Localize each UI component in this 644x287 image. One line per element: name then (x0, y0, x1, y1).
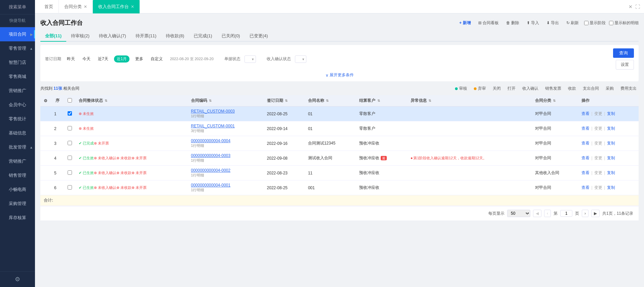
filter-yesterday[interactable]: 昨天 (65, 55, 77, 63)
audit-button[interactable]: 审核 (453, 85, 469, 92)
sidebar-quick-nav[interactable]: 快捷导航 (0, 14, 35, 27)
filter-tab-pending-invoice[interactable]: 待开票(11) (131, 31, 161, 42)
select-all-checkbox[interactable] (68, 98, 72, 102)
sidebar-item-xiaochang[interactable]: 小畅电商 (0, 182, 35, 197)
expand-filters-button[interactable]: ∨ 展开更多条件 (326, 72, 354, 78)
close-button[interactable]: 关闭 (491, 85, 503, 92)
fee-expense-button[interactable]: 费用支出 (618, 85, 639, 92)
row-checkbox[interactable] (68, 156, 72, 160)
sidebar-item-marketing2[interactable]: 营销推广 (0, 154, 35, 168)
copy-button[interactable]: 复制 (607, 111, 615, 116)
show-fields-check[interactable]: 显示阶段 (584, 20, 606, 26)
open-button[interactable]: 打开 (505, 85, 518, 92)
tab-income-workbench[interactable]: 收入合同工作台 ✕ (93, 0, 140, 13)
last-page-button[interactable]: ▶ (591, 210, 600, 217)
payment-button[interactable]: 收款 (566, 85, 578, 92)
filter-tab-pending-audit[interactable]: 待审核(2) (66, 31, 94, 42)
contract-code-link[interactable]: 0000000000004-0001 (191, 183, 230, 188)
row-checkbox[interactable] (68, 170, 72, 175)
purchase-button[interactable]: 采购 (604, 85, 616, 92)
setting-button[interactable]: 设置 (616, 60, 634, 70)
abandon-button[interactable]: 弃审 (472, 85, 488, 92)
maximize-window-button[interactable]: ⛶ (635, 4, 640, 9)
page-size-select[interactable]: 20 50 100 200 (507, 210, 530, 217)
filter-tab-pending-payment[interactable]: 待收款(8) (161, 31, 189, 42)
expense-contract-button[interactable]: 支出合同 (581, 85, 601, 92)
sidebar-item-purchase[interactable]: 采购管理 (0, 197, 35, 211)
contract-code-link[interactable]: 0000000000004-0004 (191, 138, 230, 143)
sidebar-item-retail-stat[interactable]: 零售统计 (0, 112, 35, 126)
sidebar-item-retail-mgmt[interactable]: 零售管理 ▲ (0, 41, 35, 55)
filter-more[interactable]: 更多 (134, 55, 145, 63)
view-button[interactable]: 查看 (581, 156, 590, 160)
copy-button[interactable]: 复制 (607, 141, 615, 146)
filter-today[interactable]: 今天 (81, 55, 92, 63)
filter-week[interactable]: 近7天 (96, 55, 110, 63)
change-button[interactable]: 变更 (594, 170, 602, 175)
sidebar-search[interactable]: 搜索菜单 (0, 0, 35, 14)
income-status-select[interactable] (295, 55, 306, 63)
filter-tab-all[interactable]: 全部(11) (40, 31, 66, 42)
contract-code-link[interactable]: 0000000000004-0002 (191, 168, 230, 173)
view-button[interactable]: 查看 (581, 111, 590, 116)
query-button[interactable]: 查询 (613, 48, 634, 58)
change-button[interactable]: 变更 (594, 156, 602, 160)
copy-button[interactable]: 复制 (607, 156, 615, 160)
export-button[interactable]: ⬇ 导出 (544, 19, 561, 27)
sidebar-item-marketing[interactable]: 营销推广 (0, 84, 35, 98)
change-button[interactable]: 变更 (594, 111, 602, 116)
view-button[interactable]: 查看 (581, 126, 590, 131)
view-button[interactable]: 查看 (581, 141, 590, 146)
th-settings[interactable]: ⚙ (40, 95, 51, 107)
import-button[interactable]: ⬆ 导入 (525, 19, 541, 27)
close-icon[interactable]: ✕ (131, 4, 134, 9)
filter-tab-completed[interactable]: 已完成(1) (189, 31, 217, 42)
close-window-button[interactable]: ✕ (629, 4, 633, 9)
contract-code-link[interactable]: RETAIL_CUSTOM-0001 (191, 124, 235, 128)
row-checkbox[interactable] (68, 185, 72, 190)
copy-button[interactable]: 复制 (607, 185, 615, 190)
change-button[interactable]: 变更 (594, 126, 602, 131)
income-confirm-button[interactable]: 收入确认 (520, 85, 540, 92)
filter-tab-changed[interactable]: 已变更(4) (245, 31, 273, 42)
row-checkbox[interactable] (68, 126, 72, 130)
close-icon[interactable]: ✕ (84, 4, 87, 9)
copy-button[interactable]: 复制 (607, 126, 615, 131)
kanban-button[interactable]: ⊞ 合同看板 (476, 19, 501, 27)
change-button[interactable]: 变更 (594, 141, 602, 146)
sidebar-item-retail-mall[interactable]: 零售商城 (0, 70, 35, 84)
contract-code-link[interactable]: RETAIL_CUSTOM-0003 (191, 109, 235, 114)
tab-home[interactable]: 首页 (39, 0, 59, 13)
refresh-button[interactable]: ↻ 刷新 (564, 19, 581, 27)
filter-custom[interactable]: 自定义 (149, 55, 164, 63)
sidebar-item-basic-info[interactable]: 基础信息 (0, 126, 35, 140)
filter-tab-closed[interactable]: 已关闭(0) (217, 31, 245, 42)
copy-button[interactable]: 复制 (607, 170, 615, 175)
row-checkbox[interactable] (68, 141, 72, 145)
view-button[interactable]: 查看 (581, 170, 590, 175)
next-page-button[interactable]: › (582, 210, 589, 217)
change-button[interactable]: 变更 (594, 185, 602, 190)
add-button[interactable]: + 新增 (457, 19, 473, 27)
show-details-check[interactable]: 显示标的明细 (609, 20, 639, 26)
contract-code-link[interactable]: 0000000000004-0003 (191, 153, 230, 158)
sidebar-item-member[interactable]: 会员中心 (0, 98, 35, 112)
sidebar-item-project[interactable]: 项目合同 ▶ (0, 27, 35, 41)
first-page-button[interactable]: ◀ (533, 210, 541, 217)
view-button[interactable]: 查看 (581, 185, 590, 190)
filter-tab-pending-income[interactable]: 待收入确认(7) (94, 31, 131, 42)
show-details-checkbox[interactable] (609, 21, 613, 25)
prev-page-button[interactable]: ‹ (544, 210, 551, 217)
sidebar-item-wholesale[interactable]: 批发管理 ▲ (0, 140, 35, 154)
filter-month[interactable]: 近1月 (114, 55, 130, 63)
gear-icon[interactable]: ⚙ (15, 276, 20, 283)
doc-status-select[interactable] (244, 55, 256, 63)
sidebar-item-smart-store[interactable]: 智慧门店 (0, 55, 35, 70)
sidebar-item-inventory[interactable]: 库存核算 (0, 211, 35, 225)
sales-invoice-button[interactable]: 销售发票 (543, 85, 563, 92)
sidebar-item-sales-mgmt[interactable]: 销售管理 (0, 168, 35, 182)
page-input[interactable] (560, 210, 572, 217)
tab-contract-type[interactable]: 合同分类 ✕ (59, 0, 93, 13)
show-fields-checkbox[interactable] (584, 21, 589, 25)
delete-button[interactable]: 🗑 删除 (504, 19, 521, 27)
